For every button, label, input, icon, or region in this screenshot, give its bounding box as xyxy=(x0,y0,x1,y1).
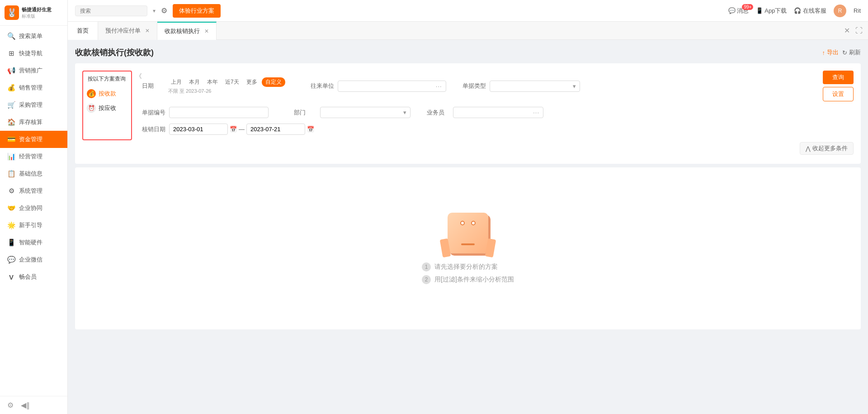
tab-collection[interactable]: 收款核销执行 ✕ xyxy=(157,22,217,40)
message-button[interactable]: 💬 消息 99+ xyxy=(728,7,749,15)
date-tab-this-month[interactable]: 本月 xyxy=(186,77,203,87)
topbar-gear-icon[interactable]: ⚙ xyxy=(161,6,167,15)
verify-date-range: 📅 — 📅 xyxy=(169,124,314,135)
tab-collection-close-icon[interactable]: ✕ xyxy=(204,28,209,34)
hint-num-2: 2 xyxy=(422,275,431,284)
sidebar-item-guide[interactable]: 🌟 新手引导 xyxy=(0,217,67,234)
by-receipt-icon: 💰 xyxy=(87,89,96,98)
calendar-start-icon[interactable]: 📅 xyxy=(230,126,237,133)
purchase-icon: 🛒 xyxy=(7,101,15,109)
sales-icon: 💰 xyxy=(7,84,15,92)
user-avatar[interactable]: R xyxy=(834,5,846,17)
filter-left-title: 按以下方案查询 xyxy=(83,75,131,86)
sidebar-item-label: 资金管理 xyxy=(19,135,42,143)
verify-date-end-input[interactable] xyxy=(246,124,305,135)
collapse-more-button[interactable]: ⋀ 收起更多条件 xyxy=(800,142,854,155)
app-icon: 📱 xyxy=(756,7,763,14)
setting-button[interactable]: 设置 xyxy=(823,87,854,101)
date-tab-last-month[interactable]: 上月 xyxy=(168,77,184,87)
marketing-icon: 📢 xyxy=(7,67,15,75)
app-download-button[interactable]: 📱 App下载 xyxy=(756,7,787,15)
sidebar-item-label: 系统管理 xyxy=(19,187,42,195)
guide-icon: 🌟 xyxy=(7,221,15,229)
user-name[interactable]: Rit xyxy=(854,7,861,14)
sidebar-item-wechat[interactable]: 💬 企业微信 xyxy=(0,251,67,268)
sidebar-item-quicknav[interactable]: ⊞ 快捷导航 xyxy=(0,45,67,62)
box-eye-right xyxy=(471,221,476,225)
export-button[interactable]: ↑ 导出 xyxy=(822,48,839,57)
industry-solution-button[interactable]: 体验行业方案 xyxy=(173,4,221,18)
inventory-icon: 🏠 xyxy=(7,118,15,126)
sidebar-item-basic[interactable]: 📋 基础信息 xyxy=(0,165,67,182)
sidebar-item-inventory[interactable]: 🏠 库存核算 xyxy=(0,114,67,131)
dept-select[interactable]: ▾ xyxy=(320,107,410,118)
collapse-more-wrap: ⋀ 收起更多条件 xyxy=(82,140,854,157)
counterparty-input-wrap[interactable]: ··· xyxy=(338,81,446,92)
tab-prepay-close-icon[interactable]: ✕ xyxy=(145,28,150,34)
date-tab-more[interactable]: 更多 xyxy=(244,77,260,87)
calendar-end-icon[interactable]: 📅 xyxy=(307,126,314,133)
tab-prepay[interactable]: 预付冲应付单 ✕ xyxy=(98,22,157,40)
doctype-label: 单据类型 xyxy=(462,82,486,90)
by-receipt-label: 按收款 xyxy=(99,90,116,98)
sidebar-item-enterprise[interactable]: 🤝 企业协同 xyxy=(0,200,67,217)
sidebar-item-sales[interactable]: 💰 销售管理 xyxy=(0,79,67,96)
box-eye-left xyxy=(460,221,465,225)
refresh-button[interactable]: ↻ 刷新 xyxy=(842,48,861,57)
empty-hint-2-text: 用[过滤]条件来缩小分析范围 xyxy=(434,276,514,284)
docno-input[interactable] xyxy=(169,107,269,118)
hardware-icon: 📱 xyxy=(7,238,15,247)
empty-illustration xyxy=(448,213,488,253)
filter-option-by-receipt[interactable]: 💰 按收款 xyxy=(83,86,131,101)
sidebar-item-search[interactable]: 🔍 搜索菜单 xyxy=(0,28,67,45)
doctype-select[interactable]: ▾ xyxy=(490,81,580,92)
sidebar-item-label: 畅会员 xyxy=(19,273,37,281)
quicknav-icon: ⊞ xyxy=(7,49,15,57)
filter-field-dept: 部门 ▾ xyxy=(294,107,410,118)
date-tab-custom[interactable]: 自定义 xyxy=(262,77,285,87)
topbar-actions: 💬 消息 99+ 📱 App下载 🎧 在线客服 R Rit xyxy=(728,5,861,17)
empty-state-panel: 1 请先选择要分析的方案 2 用[过滤]条件来缩小分析范围 xyxy=(75,167,861,329)
empty-box-wrap xyxy=(448,213,488,253)
tab-home[interactable]: 首页 xyxy=(68,22,98,40)
message-icon: 💬 xyxy=(728,7,736,14)
sidebar-gear-icon[interactable]: ⚙ xyxy=(7,401,14,409)
filter-field-date: 日期 上月 本月 本年 近7天 更多 自定义 不限 至 xyxy=(142,77,285,95)
dept-label: 部门 xyxy=(294,109,316,117)
sidebar-item-system[interactable]: ⚙ 系统管理 xyxy=(0,182,67,200)
hint-num-1: 1 xyxy=(422,262,431,271)
filter-field-staff: 业务员 ··· xyxy=(427,107,543,118)
query-button[interactable]: 查询 xyxy=(823,71,854,84)
sidebar-item-operations[interactable]: 📊 经营管理 xyxy=(0,148,67,165)
filter-scheme-panel: 按以下方案查询 💰 按收款 ⏰ 按应收 xyxy=(82,71,132,140)
sidebar-collapse-icon[interactable]: ◀‖ xyxy=(21,401,30,409)
filter-field-docno: 单据编号 xyxy=(142,107,269,118)
sidebar-item-label: 新手引导 xyxy=(19,221,42,229)
sidebar-item-purchase[interactable]: 🛒 采购管理 xyxy=(0,96,67,114)
box-eyes xyxy=(460,221,476,225)
sidebar-item-member[interactable]: V 畅会员 xyxy=(0,268,67,286)
sidebar-item-marketing[interactable]: 📢 营销推广 xyxy=(0,62,67,79)
collapse-left-icon[interactable]: 《 xyxy=(136,71,142,140)
sidebar-item-hardware[interactable]: 📱 智能硬件 xyxy=(0,234,67,251)
online-service-button[interactable]: 🎧 在线客服 xyxy=(794,7,826,15)
verify-date-start-input[interactable] xyxy=(169,124,228,135)
staff-input-wrap[interactable]: ··· xyxy=(453,107,543,118)
dept-chevron-icon: ▾ xyxy=(403,109,406,116)
sidebar-item-finance[interactable]: 💳 资金管理 xyxy=(0,131,67,148)
counterparty-ellipsis[interactable]: ··· xyxy=(436,83,442,90)
empty-hint-1: 1 请先选择要分析的方案 xyxy=(422,262,514,271)
message-badge: 99+ xyxy=(742,4,753,10)
search-input[interactable] xyxy=(75,5,147,16)
date-tab-7days[interactable]: 近7天 xyxy=(222,77,242,87)
tab-close-all-icon[interactable]: ✕ xyxy=(842,24,852,37)
filter-option-by-receivable[interactable]: ⏰ 按应收 xyxy=(83,101,131,115)
filter-field-doctype: 单据类型 ▾ xyxy=(462,81,580,92)
page-header-actions: ↑ 导出 ↻ 刷新 xyxy=(822,48,861,57)
refresh-icon: ↻ xyxy=(842,49,847,56)
staff-ellipsis[interactable]: ··· xyxy=(533,109,539,116)
empty-state: 1 请先选择要分析的方案 2 用[过滤]条件来缩小分析范围 xyxy=(75,186,861,311)
sidebar-item-label: 库存核算 xyxy=(19,118,42,126)
tab-expand-icon[interactable]: ⛶ xyxy=(854,25,864,37)
date-tab-this-year[interactable]: 本年 xyxy=(204,77,221,87)
